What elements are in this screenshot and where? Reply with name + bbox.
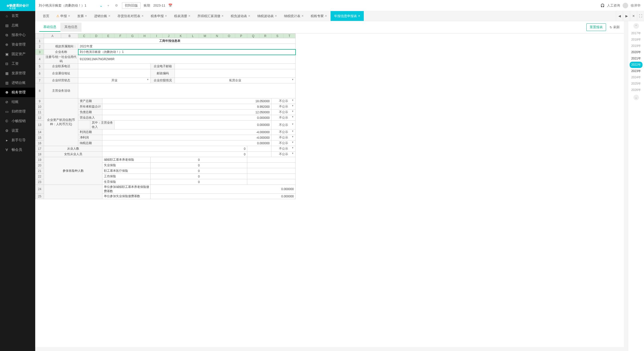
metric-value[interactable]: 0.000000 — [102, 115, 271, 121]
close-icon[interactable]: ✕ — [325, 14, 327, 18]
metric-value[interactable]: 12.050000 — [102, 110, 271, 115]
base-label[interactable]: 单位参加城镇职工基本养老保险缴费基数 — [102, 185, 151, 194]
year-item[interactable]: 2021年 — [630, 55, 642, 62]
metric-label[interactable]: 营业总收入 — [78, 115, 102, 121]
publish-select[interactable]: 不公示 — [271, 115, 296, 121]
close-icon[interactable]: ✕ — [301, 14, 304, 18]
insurance-label[interactable]: 职工基本医疗保险 — [102, 168, 151, 174]
col-header[interactable]: S — [271, 34, 284, 38]
row-header[interactable]: 2 — [35, 44, 44, 49]
tab-other-info[interactable]: 其他信息 — [60, 23, 82, 32]
spreadsheet[interactable]: ABCDEFGHIJKLMNOPQRST1工商年报信息表2税款所属期间：2022… — [35, 33, 624, 347]
publish-select[interactable]: 不公示 — [271, 104, 296, 110]
close-icon[interactable]: ✕ — [165, 14, 167, 18]
insurance-value[interactable]: 0 — [151, 157, 247, 163]
insurance-label[interactable]: 城镇职工基本养老保险 — [102, 157, 151, 163]
year-item[interactable]: 2019年 — [630, 43, 642, 49]
col-header[interactable]: F — [114, 34, 127, 38]
metric-label[interactable]: 纳税总额 — [78, 141, 102, 146]
tab-close-all-icon[interactable]: ✕ — [630, 11, 637, 21]
tab-item[interactable]: 存货别名对照表✕ — [114, 11, 147, 21]
employees-label[interactable]: 从业人数 — [44, 146, 102, 152]
close-icon[interactable]: ✕ — [108, 14, 110, 18]
row-header[interactable]: 3 — [35, 49, 44, 55]
postcode-label[interactable]: 邮政编码 — [151, 69, 175, 78]
row-header[interactable]: 4 — [35, 55, 44, 64]
row-header[interactable]: 18 — [35, 152, 44, 157]
publish-select[interactable]: 不公示 — [271, 146, 296, 152]
metric-value[interactable]: 18.050000 — [102, 98, 271, 104]
year-down-icon[interactable]: ⌄ — [633, 95, 639, 100]
col-header[interactable]: H — [139, 34, 151, 38]
tab-item[interactable]: 所得税汇算清缴✕ — [194, 11, 227, 21]
metric-label[interactable]: 净利润 — [78, 135, 102, 141]
year-up-icon[interactable]: ⌃ — [633, 23, 639, 29]
close-icon[interactable]: ✕ — [188, 14, 190, 18]
insurance-value[interactable]: 0 — [151, 174, 247, 179]
col-header[interactable]: A — [44, 34, 61, 38]
female-value[interactable]: 0 — [102, 152, 247, 157]
insurance-label[interactable]: 工伤保险 — [102, 174, 151, 179]
insurance-value[interactable]: 0 — [151, 163, 247, 168]
female-label[interactable]: 女性从业人员 — [44, 152, 102, 157]
close-icon[interactable]: ✕ — [141, 14, 144, 18]
year-item[interactable]: 2023年 — [630, 68, 642, 74]
col-header[interactable]: B — [61, 34, 78, 38]
col-header[interactable]: Q — [247, 34, 259, 38]
account-selector[interactable]: 刘小艳演示账套（勿删勿动！）1 — [39, 3, 86, 8]
switch-old-button[interactable]: 切到旧版 — [122, 2, 141, 9]
publish-select[interactable]: 不公示 — [271, 152, 296, 157]
nav-chart[interactable]: ⧉报表中心 — [0, 30, 35, 40]
reg-code-label[interactable]: 注册号/统一社会信用代码 — [44, 55, 78, 64]
metric-label[interactable]: 资产总额 — [78, 98, 102, 104]
nav-salary[interactable]: ⊟工资 — [0, 59, 35, 68]
year-item[interactable]: 2022年 — [630, 62, 642, 68]
tab-item[interactable]: ⚠申报✕ — [53, 11, 74, 21]
col-header[interactable]: N — [211, 34, 223, 38]
tab-next-icon[interactable]: ▶ — [623, 11, 630, 21]
nav-tax[interactable]: ☸税务管理 — [0, 88, 35, 97]
horizontal-scrollbar[interactable] — [35, 347, 624, 351]
employees-value[interactable]: 0 — [102, 146, 247, 152]
year-item[interactable]: 2017年 — [630, 30, 642, 37]
nav-asset[interactable]: ▣固定资产 — [0, 49, 35, 59]
tab-item[interactable]: 税检专家✕ — [307, 11, 331, 21]
metric-sublabel[interactable]: 其中：主营业务收入 — [90, 121, 114, 129]
year-item[interactable]: 2020年 — [630, 49, 642, 55]
base-label[interactable]: 单位参加失业保险缴费基数 — [102, 194, 151, 199]
metric-value[interactable]: -4.000000 — [102, 135, 271, 141]
publish-select[interactable]: 不公示 — [271, 129, 296, 135]
row-header[interactable]: 17 — [35, 146, 44, 152]
nav-home[interactable]: ⌂首页 — [0, 11, 35, 21]
holding-select[interactable]: 私营企业 — [175, 78, 296, 83]
metric-label[interactable]: 负债总额 — [78, 110, 102, 115]
close-icon[interactable]: ✕ — [85, 14, 87, 18]
close-icon[interactable]: ✕ — [68, 14, 70, 18]
avatar[interactable] — [623, 3, 628, 8]
close-icon[interactable]: ✕ — [221, 14, 224, 18]
tab-item[interactable]: 首页 — [39, 11, 53, 21]
col-header[interactable]: T — [284, 34, 296, 38]
period-value-cell[interactable]: 2022年度 — [78, 44, 296, 49]
col-header[interactable]: D — [90, 34, 102, 38]
period-label-cell[interactable]: 税款所属期间： — [44, 44, 78, 49]
fullscreen-icon[interactable]: ⛶ — [637, 11, 644, 21]
metric-value[interactable]: 0.000000 — [114, 121, 271, 129]
close-icon[interactable]: ✕ — [358, 14, 360, 18]
status-select[interactable]: 开业 — [78, 78, 151, 83]
insurance-value[interactable]: 0 — [151, 168, 247, 174]
insurance-value[interactable]: 0 — [151, 179, 247, 185]
nav-member[interactable]: ∀畅会员 — [0, 145, 35, 155]
year-item[interactable]: 2025年 — [630, 81, 642, 87]
metric-value[interactable]: 0.000000 — [102, 141, 271, 146]
phone-label[interactable]: 企业联系电话 — [44, 64, 78, 69]
period-value[interactable]: 2023-11 — [153, 4, 165, 7]
holding-label[interactable]: 企业控股情况 — [151, 78, 175, 83]
nav-ledger[interactable]: ▤总账 — [0, 21, 35, 30]
username[interactable]: 徐泽华 — [631, 3, 640, 8]
nav-close[interactable]: ⊘结账 — [0, 97, 35, 107]
base-value[interactable]: 0.000000 — [151, 194, 296, 199]
year-item[interactable]: 2026年 — [630, 87, 642, 93]
col-header[interactable]: P — [235, 34, 247, 38]
nav-invoice[interactable]: ▦发票管理 — [0, 68, 35, 78]
